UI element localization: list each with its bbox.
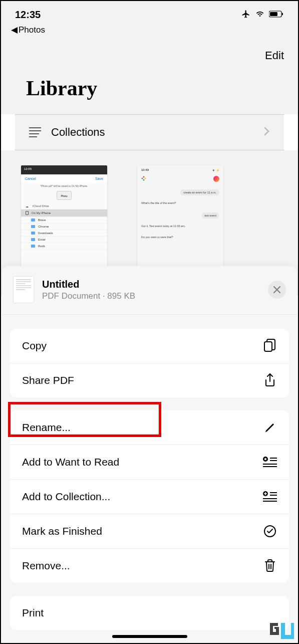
svg-point-6	[143, 179, 145, 181]
document-thumbnail-2[interactable]: 10:49✈ ⚡ create an event for 11 a.m. Wha…	[137, 165, 223, 281]
finished-label: Mark as Finished	[22, 525, 102, 537]
svg-point-4	[143, 176, 145, 178]
chevron-right-icon	[264, 126, 270, 139]
airplane-mode-icon	[241, 10, 251, 21]
home-indicator[interactable]	[112, 635, 187, 638]
share-pdf-action[interactable]: Share PDF	[10, 363, 289, 397]
svg-rect-2	[282, 13, 283, 15]
remove-label: Remove...	[22, 560, 70, 572]
thumb1-chip: Photo	[57, 191, 72, 200]
thumb1-subtitle: "Photo.pdf" will be saved to On My iPhon…	[21, 183, 107, 189]
list-icon	[29, 127, 41, 137]
rename-action[interactable]: Rename...	[10, 410, 289, 445]
svg-rect-1	[270, 12, 277, 16]
wifi-icon	[255, 10, 265, 20]
thumb1-time: 12:05	[24, 167, 32, 170]
status-indicators	[241, 10, 284, 21]
action-group-2: Rename... Add to Want to Read Add to Col…	[10, 410, 289, 583]
thumb2-bubble: test event	[201, 212, 219, 219]
thumb1-folder: Downloads	[21, 230, 107, 237]
collections-row[interactable]: Collections	[15, 114, 284, 150]
printer-icon	[263, 606, 277, 620]
collection-label: Add to Collection...	[22, 491, 110, 503]
thumb2-text: What's the title of the event?	[141, 201, 219, 204]
plus-list-icon	[263, 490, 277, 504]
thumb2-text: Do you want to save that?	[141, 236, 219, 239]
close-button[interactable]	[268, 281, 286, 299]
thumb1-cancel: Cancel	[25, 177, 36, 180]
share-label: Share PDF	[22, 374, 74, 386]
action-group-1: Copy Share PDF	[10, 329, 289, 397]
share-icon	[263, 373, 277, 387]
svg-point-3	[142, 178, 143, 179]
thumb1-folder: Rock	[21, 243, 107, 250]
document-thumbnail-1[interactable]: 12:05 Cancel Save "Photo.pdf" will be sa…	[21, 165, 107, 281]
checkmark-circle-icon	[263, 524, 277, 538]
edit-button[interactable]: Edit	[265, 49, 284, 62]
back-button[interactable]: ◀ Photos	[1, 24, 298, 39]
trash-icon	[263, 559, 277, 573]
remove-action[interactable]: Remove...	[10, 549, 289, 583]
thumb1-device: On My iPhone	[21, 209, 107, 217]
rename-label: Rename...	[22, 421, 71, 434]
document-subtitle: PDF Document · 895 KB	[42, 291, 260, 301]
collections-label: Collections	[51, 126, 254, 139]
page-title: Library	[15, 76, 284, 109]
sheet-header: Untitled PDF Document · 895 KB	[2, 266, 297, 315]
print-action[interactable]: Print	[10, 596, 289, 630]
thumb2-bubble: create an event for 11 a.m.	[180, 189, 219, 195]
want-read-label: Add to Want to Read	[22, 456, 119, 468]
watermark	[269, 619, 294, 639]
battery-icon	[269, 11, 284, 20]
thumb2-time: 10:49✈ ⚡	[141, 168, 219, 172]
status-time: 12:35	[15, 9, 41, 21]
thumb2-assistant	[141, 176, 219, 182]
copy-action[interactable]: Copy	[10, 329, 289, 363]
thumb2-text: Got it, Test event today at 11:00 am.	[141, 225, 219, 228]
thumb1-save: Save	[95, 177, 103, 180]
back-chevron-icon: ◀	[11, 25, 18, 35]
document-title: Untitled	[42, 279, 260, 290]
thumb1-folder: Brave	[21, 217, 107, 224]
thumb1-icloud: ☁iCloud Drive	[21, 203, 107, 209]
star-list-icon	[263, 455, 277, 469]
add-want-to-read-action[interactable]: Add to Want to Read	[10, 445, 289, 480]
add-to-collection-action[interactable]: Add to Collection...	[10, 480, 289, 514]
pencil-icon	[263, 420, 277, 435]
header: Edit Library	[1, 39, 298, 114]
print-label: Print	[22, 607, 44, 619]
mark-finished-action[interactable]: Mark as Finished	[10, 514, 289, 549]
copy-icon	[263, 339, 277, 353]
svg-point-5	[145, 178, 146, 179]
share-sheet: Untitled PDF Document · 895 KB Copy Shar…	[2, 266, 297, 643]
thumb1-folder: Excel	[21, 237, 107, 243]
copy-label: Copy	[22, 340, 47, 352]
document-preview-icon	[13, 276, 34, 303]
status-bar: 12:35	[1, 1, 298, 24]
back-label: Photos	[19, 25, 45, 35]
svg-rect-7	[264, 342, 272, 351]
thumb1-folder: Chrome	[21, 224, 107, 230]
action-group-3: Print	[10, 596, 289, 630]
